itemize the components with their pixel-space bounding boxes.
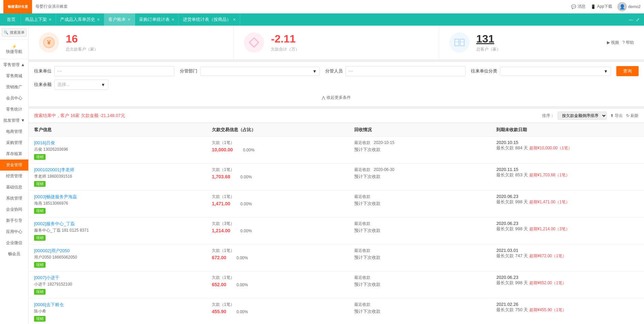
due-date: 2021.02.26 (496, 302, 639, 307)
close-icon[interactable]: ✕ (171, 18, 174, 22)
sidebar-item-vip[interactable]: 畅会员 (0, 248, 28, 260)
debt-amount: 652.00 (212, 282, 226, 287)
sidebar-item-purchase[interactable]: 采购管理 (0, 137, 28, 148)
export-btn[interactable]: ⬆ 导出 (610, 113, 623, 119)
stat-card-actions: ▶ 视频 ? 帮助 (607, 40, 634, 46)
tab-label: 采购订单统计表 (139, 17, 170, 23)
sidebar-item-app-center[interactable]: 应用中心 (0, 226, 28, 237)
retail-mall-label: 零售商城 (2, 73, 27, 79)
close-icon[interactable]: ✕ (233, 18, 236, 22)
tab-customer-account[interactable]: 客户账本 ✕ (104, 13, 135, 26)
col-due-date: 到期未收款日期 (496, 127, 639, 133)
sidebar-item-wholesale-mgmt[interactable]: 批发管理 ▼ (0, 115, 28, 126)
source-unit-label: 往来单位 (34, 68, 52, 74)
table-row: [0006]去下粮仓 陈小希 现销 欠款（1笔） 455.90 0.00% 最近… (29, 298, 644, 324)
customer-contact: 吕俊 13026203696 (34, 147, 212, 152)
sort-select[interactable]: 按欠款金额倒序排序 (558, 112, 607, 120)
result-amount: -21,148.07元 (100, 113, 125, 118)
customer-contact: 海燕 18513066976 (34, 201, 212, 206)
overdue-link[interactable]: 超期¥1,471.00（1笔） (529, 200, 570, 204)
sidebar-item-guide[interactable]: 新手引导 (0, 215, 28, 226)
recovery-cell: 最近收款 预计下次收款 (354, 221, 497, 234)
recovery-cell: 最近收款 2020-06-30 预计下次收款 (354, 167, 497, 180)
customer-tag: 现销 (34, 154, 46, 160)
tab-production-history[interactable]: 产成品入库单历史 ✕ (56, 13, 104, 26)
debtors-label: 总欠款客户（家） (66, 47, 98, 52)
sidebar-item-finance[interactable]: 资金管理 (0, 159, 28, 171)
sidebar-quick-nav: ⚡ 快捷导航 (0, 40, 28, 59)
app-download-btn[interactable]: 📱 App下载 (591, 4, 612, 9)
customer-link[interactable]: [0003]畅捷服务尹海蕊 (34, 194, 77, 199)
table-row: [0016]吕俊 吕俊 13026203696 现销 欠款（1笔） 10,000… (29, 137, 644, 164)
maximize-icon[interactable]: ⤢ (636, 17, 640, 22)
next-payment: 预计下次收款 (354, 255, 497, 261)
sidebar-item-weixin[interactable]: 企业微信 (0, 237, 28, 248)
tab-purchase-order[interactable]: 采购订单统计表 ✕ (135, 13, 179, 26)
overdue-link[interactable]: 超期¥455.90（1笔） (529, 307, 566, 312)
sidebar-item-retail-mgmt[interactable]: 零售管理 ▲ (0, 59, 28, 70)
overdue-link[interactable]: 超期¥1,703.68（1笔） (529, 173, 570, 177)
person-dots: ··· (348, 68, 353, 74)
tab-home[interactable]: 首页 (2, 13, 21, 26)
overdue-link[interactable]: 超期¥652.00（1笔） (529, 281, 566, 285)
sidebar-item-inventory[interactable]: 库存核算 (0, 148, 28, 159)
customer-cell: [0006]去下粮仓 陈小希 现销 (34, 302, 212, 322)
filter-person: 分管人员 ··· (325, 66, 466, 76)
balance-select[interactable]: 选择... ▼ (54, 80, 108, 90)
customer-link[interactable]: [0007]小进千 (34, 275, 59, 280)
sidebar-item-operation[interactable]: 经营管理 (0, 171, 28, 182)
sidebar-item-corp-collab[interactable]: 企业协同 (0, 204, 28, 215)
tab-product-listing[interactable]: 商品上下架 ✕ (21, 13, 56, 26)
tab-label: 商品上下架 (25, 17, 47, 23)
sidebar-item-retail-mall[interactable]: 零售商城 (0, 70, 28, 82)
last-payment: 最近收款 2020-10-15 (354, 140, 497, 146)
debt-count: 欠款（1笔） (212, 140, 354, 146)
collapse-btn[interactable]: ⋀ 收起更多条件 (34, 93, 639, 102)
tab-purchase-stat[interactable]: 进货单统计表（按商品） ✕ (179, 13, 240, 26)
close-icon[interactable]: ✕ (128, 18, 131, 22)
due-cell: 2021.03.01 最长欠款 747 天 超期¥672.00（1笔） (496, 248, 639, 259)
user-menu[interactable]: 👤 demo2 (617, 2, 641, 11)
debt-ratio: 0.00% (241, 229, 252, 233)
help-btn[interactable]: ? 帮助 (622, 40, 634, 46)
message-btn[interactable]: 💬 消息 (571, 4, 586, 9)
wholesale-label: 批发管理 ▼ (2, 118, 27, 123)
minimize-icon[interactable]: — (629, 17, 633, 22)
sidebar-item-member[interactable]: 会员中心 (0, 93, 28, 104)
corp-collab-label: 企业协同 (2, 207, 27, 212)
overdue-link[interactable]: 超期¥1,214.00（3笔） (529, 227, 570, 231)
unit-class-select[interactable]: ▼ (500, 67, 611, 76)
customer-link[interactable]: [0002]服务中心_丁磊 (34, 221, 75, 226)
person-input[interactable]: ··· (345, 66, 466, 76)
table-row: [000002]用户2050 用户2050 18665062050 现销 欠款（… (29, 244, 644, 271)
query-button[interactable]: 查询 (616, 66, 639, 76)
sidebar-item-marketing[interactable]: 营销推广 (0, 82, 28, 93)
last-payment: 最近收款 (354, 302, 497, 307)
overdue-days: 最长欠款 750 天 超期¥455.90（1笔） (496, 307, 639, 313)
result-text: 搜索结果中，客户 16家 欠款金额 -21,148.07元 (34, 113, 125, 119)
customer-tag: 现销 (34, 262, 46, 268)
sidebar-item-retail-stat[interactable]: 零售统计 (0, 104, 28, 115)
overdue-link[interactable]: 超期¥10,000.00（1笔） (529, 146, 572, 150)
video-btn[interactable]: ▶ 视频 (607, 40, 619, 46)
logo-area: 畅捷通好生意 (3, 0, 32, 13)
customer-link[interactable]: [0001020001]李老师 (34, 167, 74, 172)
sidebar-item-system[interactable]: 系统管理 (0, 193, 28, 204)
sidebar-item-quick-nav[interactable]: ⚡ 快捷导航 (0, 41, 28, 57)
sidebar-item-basic-info[interactable]: 基础信息 (0, 182, 28, 193)
recovery-cell: 最近收款 预计下次收款 (354, 275, 497, 288)
unit-class-dropdown-icon: ▼ (604, 69, 608, 74)
refresh-btn[interactable]: ↻ 刷新 (626, 113, 639, 119)
close-icon[interactable]: ✕ (97, 18, 100, 22)
dept-select[interactable]: ▼ (200, 67, 320, 76)
customer-link[interactable]: [0006]去下粮仓 (34, 302, 64, 307)
sidebar-item-ecommerce[interactable]: 电商管理 (0, 126, 28, 137)
total-info: 131 总客户（家） (476, 33, 501, 52)
customer-link[interactable]: [0016]吕俊 (34, 140, 55, 145)
customer-link[interactable]: [000002]用户2050 (34, 248, 70, 253)
debt-cell: 欠款（3笔） 1,214.00 0.00% (212, 221, 354, 233)
source-unit-input[interactable]: ··· (54, 66, 174, 76)
close-icon[interactable]: ✕ (49, 18, 52, 22)
overdue-link[interactable]: 超期¥672.00（1笔） (529, 254, 566, 258)
search-menu-btn[interactable]: 🔍 搜索菜单 (2, 28, 27, 37)
